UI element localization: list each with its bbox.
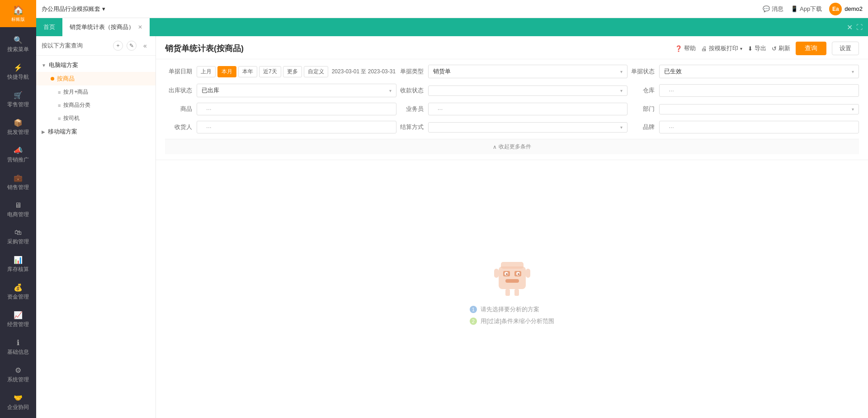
collect-label: 收款状态 (396, 86, 428, 95)
filter-cell-collect: 收款状态 ▾ (396, 86, 628, 96)
sidebar-item-basic[interactable]: ℹ 基础信息 (0, 334, 36, 361)
tab-report[interactable]: 销货单统计表（按商品） ✕ (62, 18, 150, 36)
tab-close-icon[interactable]: ✕ (138, 24, 142, 30)
sidebar-item-label: 资金管理 (7, 293, 29, 301)
tree-item-by-driver[interactable]: ≡ 按司机 (36, 112, 156, 125)
sidebar-item-inventory[interactable]: 📊 库存核算 (0, 251, 36, 278)
sidebar-item-ecom[interactable]: 🖥 电商管理 (0, 197, 36, 223)
sidebar-item-finance[interactable]: 💰 资金管理 (0, 279, 36, 305)
sidebar-item-shortcut[interactable]: ⚡ 快捷导航 (0, 59, 36, 86)
dept-select[interactable]: ▾ (659, 104, 859, 114)
doctype-label: 单据类型 (396, 67, 428, 76)
svg-rect-5 (526, 269, 530, 278)
filter-cell-doctype: 单据类型 销货单 ▾ (396, 65, 628, 78)
date-btn-more[interactable]: 更多 (283, 66, 302, 77)
user-avatar-wrap[interactable]: Ea demo2 (829, 3, 863, 15)
dept-label: 部门 (627, 105, 659, 113)
sidebar-item-sales[interactable]: 💼 销售管理 (0, 169, 36, 196)
more-dots-icon: ··· (667, 124, 676, 131)
report-tab-label: 销货单统计表（按商品） (70, 23, 134, 31)
salesman-input[interactable]: ··· (428, 103, 628, 115)
more-dots-icon: ··· (204, 124, 213, 131)
operation-icon: 📈 (14, 311, 23, 319)
svg-rect-6 (505, 289, 510, 296)
tree-item-by-month-product[interactable]: ≡ 按月+商品 (36, 86, 156, 99)
scheme-tree: ▼ 电脑端方案 按商品 ≡ 按月+商品 ≡ 按商品分类 ≡ (36, 56, 156, 418)
collect-select[interactable]: ▾ (428, 86, 628, 96)
chevron-down-icon: ▾ (852, 69, 854, 74)
edit-scheme-button[interactable]: ✎ (127, 41, 137, 51)
app-download-button[interactable]: 📱 App下载 (791, 5, 822, 13)
svg-point-11 (506, 273, 508, 275)
refresh-icon: ↺ (772, 45, 777, 52)
tab-bar-close-icon[interactable]: ✕ (847, 23, 853, 32)
chevron-down-icon: ▾ (620, 69, 623, 74)
date-btn-this-month[interactable]: 本月 (217, 66, 236, 77)
settle-label: 结算方式 (396, 123, 428, 131)
print-link[interactable]: 🖨 按模板打印 ▾ (701, 44, 742, 52)
sidebar-item-purchase[interactable]: 🛍 采购管理 (0, 224, 36, 250)
sidebar-item-search[interactable]: 🔍 搜索菜单 (0, 31, 36, 58)
list-icon: ≡ (58, 116, 61, 121)
tree-item-by-category[interactable]: ≡ 按商品分类 (36, 99, 156, 112)
svg-rect-7 (514, 289, 519, 296)
more-dots-icon: ··· (667, 87, 676, 94)
page-title: 销货单统计表(按商品) (165, 43, 244, 54)
help-link[interactable]: ❓ 帮助 (675, 44, 696, 52)
empty-tip-2: 2 用[过滤]条件来缩小分析范围 (470, 317, 554, 325)
inventory-icon: 📊 (14, 256, 23, 264)
sidebar-item-marketing[interactable]: 📣 营销推广 (0, 142, 36, 168)
doctype-select[interactable]: 销货单 ▾ (428, 65, 628, 78)
empty-tips: 1 请先选择要分析的方案 2 用[过滤]条件来缩小分析范围 (470, 305, 554, 325)
filter-cell-brand: 品牌 ··· (627, 121, 859, 133)
filter-cell-docstatus: 单据状态 已生效 ▾ (627, 65, 859, 78)
tree-item-label: 按商品分类 (63, 101, 90, 109)
collapse-panel-button[interactable]: « (140, 41, 150, 51)
filter-cell-product: 商品 ··· (165, 103, 396, 115)
query-button[interactable]: 查询 (796, 42, 826, 55)
refresh-link[interactable]: ↺ 刷新 (772, 44, 790, 52)
header-right: 💬 消息 📱 App下载 Ea demo2 (763, 3, 863, 15)
industry-selector[interactable]: 办公用品行业模拟账套 ▾ (42, 5, 105, 13)
main-wrapper: 办公用品行业模拟账套 ▾ 💬 消息 📱 App下载 Ea demo2 首页 销货… (36, 0, 868, 418)
tip-text-1: 请先选择要分析的方案 (481, 305, 539, 314)
date-btn-this-year[interactable]: 本年 (238, 66, 257, 77)
sidebar-item-wholesale[interactable]: 📦 批发管理 (0, 114, 36, 141)
sidebar-item-operation[interactable]: 📈 经营管理 (0, 306, 36, 333)
left-panel: 按以下方案查询 + ✎ « ▼ 电脑端方案 (36, 36, 156, 418)
date-btn-7days[interactable]: 近7天 (259, 66, 281, 77)
app-logo[interactable]: 🏠 标账版 (0, 0, 36, 27)
docstatus-select[interactable]: 已生效 ▾ (659, 65, 859, 78)
sidebar-item-label: 库存核算 (7, 266, 29, 273)
tab-home[interactable]: 首页 (36, 18, 62, 36)
filter-cell-salesman: 业务员 ··· (396, 103, 628, 115)
tree-group-desktop[interactable]: ▼ 电脑端方案 (36, 58, 156, 72)
add-scheme-button[interactable]: + (113, 41, 123, 51)
outstatus-select[interactable]: 已出库 ▾ (197, 84, 396, 97)
date-btn-last-month[interactable]: 上月 (197, 66, 216, 77)
sidebar-item-retail[interactable]: 🛒 零售管理 (0, 86, 36, 113)
tree-group-mobile[interactable]: ▶ 移动端方案 (36, 125, 156, 138)
settings-button[interactable]: 设置 (832, 42, 859, 55)
message-button[interactable]: 💬 消息 (763, 5, 783, 13)
system-icon: ⚙ (15, 366, 21, 375)
product-input[interactable]: ··· (197, 103, 396, 115)
settle-select[interactable]: ▾ (428, 122, 628, 133)
sidebar-item-enterprise[interactable]: 🤝 企业协同 (0, 389, 36, 416)
outstatus-label: 出库状态 (165, 86, 197, 95)
top-header: 办公用品行业模拟账套 ▾ 💬 消息 📱 App下载 Ea demo2 (36, 0, 868, 18)
sidebar-item-system[interactable]: ⚙ 系统管理 (0, 361, 36, 388)
tree-item-by-product[interactable]: 按商品 (36, 72, 156, 86)
tab-bar-expand-icon[interactable]: ⛶ (856, 24, 863, 31)
message-icon: 💬 (763, 5, 770, 12)
salesman-label: 业务员 (396, 105, 428, 113)
scheme-query-label: 按以下方案查询 (42, 42, 109, 50)
date-btn-custom[interactable]: 自定义 (304, 66, 328, 77)
warehouse-input[interactable]: ··· (659, 84, 859, 97)
receiver-input[interactable]: ··· (197, 121, 396, 133)
brand-input[interactable]: ··· (659, 121, 859, 133)
export-link[interactable]: ⬇ 导出 (748, 44, 766, 52)
ecom-icon: 🖥 (14, 201, 22, 209)
sidebar-item-label: 销售管理 (7, 184, 29, 191)
collapse-filter-button[interactable]: ∧ 收起更多条件 (165, 139, 859, 154)
